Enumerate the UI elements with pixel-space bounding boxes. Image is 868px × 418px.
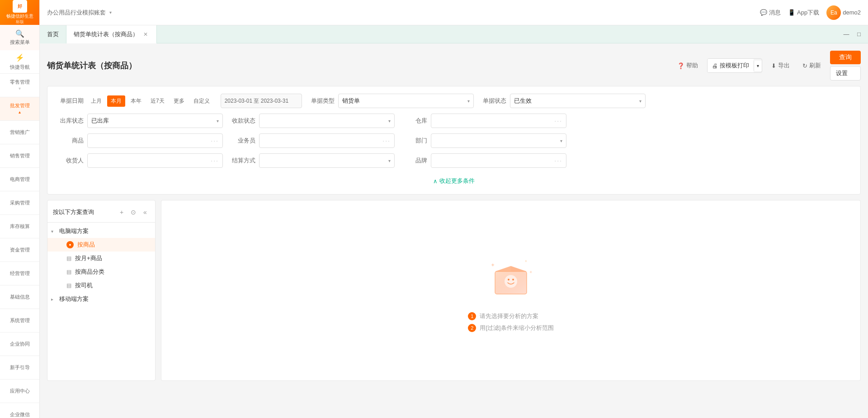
sidebar-item-inventory[interactable]: 库存核算 [0, 215, 39, 238]
warehouse-dropdown[interactable]: ··· [431, 114, 566, 128]
doctype-dropdown[interactable]: 销货单 ▾ [338, 94, 474, 108]
date-custom[interactable]: 自定义 [190, 95, 213, 107]
left-panel: 按以下方案查询 + ⊙ « ▾ 电脑端方案 ● 按商品 [47, 200, 156, 381]
user-profile[interactable]: Ea demo2 [826, 5, 861, 20]
query-button[interactable]: 查询 [830, 51, 861, 64]
scheme-icon-3: ▤ [66, 282, 71, 289]
refresh-icon: ↻ [802, 62, 807, 69]
sidebar-item-collab[interactable]: 企业协同 [0, 332, 39, 356]
dept-dropdown[interactable]: ▾ [431, 133, 566, 148]
tree-item-by-month-product[interactable]: ▤ 按月+商品 [47, 252, 155, 265]
settings-button[interactable]: 设置 [830, 66, 861, 81]
tree-item-by-driver[interactable]: ▤ 按司机 [47, 279, 155, 292]
export-button[interactable]: ⬇ 导出 [768, 60, 793, 71]
settle-label: 结算方式 [226, 157, 255, 165]
outstatus-arrow-icon: ▾ [217, 119, 219, 124]
tree-item-by-product[interactable]: ● 按商品 [47, 238, 155, 252]
empty-state: ✦ ✦ ✦ 1 请先选择要分析的方案 2 用[过滤]条件来缩小分析范围 [161, 200, 861, 381]
app-download-button[interactable]: 📱 App下载 [788, 9, 819, 17]
empty-illustration: ✦ ✦ ✦ [484, 249, 538, 303]
help-icon: ❓ [677, 62, 684, 69]
step-1-num: 1 [468, 312, 476, 320]
tab-report[interactable]: 销货单统计表（按商品） ✕ [66, 25, 157, 43]
date-more[interactable]: 更多 [170, 95, 188, 107]
sidebar-item-sales[interactable]: 销售管理 [0, 144, 39, 168]
sidebar-item-basic[interactable]: 基础信息 [0, 285, 39, 309]
salesman-dropdown[interactable]: ··· [259, 133, 395, 148]
tree-item-by-category[interactable]: ▤ 按商品分类 [47, 265, 155, 279]
tab-close-icon[interactable]: ✕ [142, 31, 149, 38]
right-panel: ✦ ✦ ✦ 1 请先选择要分析的方案 2 用[过滤]条件来缩小分析范围 [161, 200, 861, 381]
avatar: Ea [826, 5, 841, 20]
dept-arrow-icon: ▾ [560, 138, 562, 143]
print-dropdown-icon[interactable]: ▾ [754, 61, 762, 71]
sidebar-item-ecommerce[interactable]: 电商管理 [0, 168, 39, 191]
print-main[interactable]: 🖨 按模板打印 [708, 59, 754, 72]
docstatus-dropdown[interactable]: 已生效 ▾ [510, 94, 646, 108]
page-title: 销货单统计表（按商品） [47, 60, 137, 71]
svg-point-6 [512, 279, 514, 280]
sidebar-item-wholesale[interactable]: 批发管理 ▴ [0, 97, 39, 121]
dept-label: 部门 [398, 137, 427, 145]
sidebar-item-marketing[interactable]: 营销推广 [0, 121, 39, 144]
date-this-month[interactable]: 本月 [107, 95, 125, 107]
message-button[interactable]: 💬 消息 [760, 9, 781, 17]
payment-arrow-icon: ▾ [388, 119, 391, 124]
date-last-month[interactable]: 上月 [87, 95, 105, 107]
tree-parent-mobile[interactable]: ▸ 移动端方案 [47, 292, 155, 306]
sidebar-item-quicknav[interactable]: ⚡ 快捷导航 [0, 50, 39, 74]
sidebar-item-purchase[interactable]: 采购管理 [0, 191, 39, 215]
window-maximize-button[interactable]: □ [854, 29, 864, 40]
empty-steps: 1 请先选择要分析的方案 2 用[过滤]条件来缩小分析范围 [468, 312, 553, 332]
outstatus-dropdown[interactable]: 已出库 ▾ [87, 114, 223, 128]
date-this-year[interactable]: 本年 [127, 95, 145, 107]
docstatus-label: 单据状态 [477, 97, 506, 105]
collapse-panel-button[interactable]: « [141, 208, 150, 217]
add-scheme-button[interactable]: + [117, 208, 126, 217]
refresh-button[interactable]: ↻ 刷新 [799, 60, 825, 71]
tab-home[interactable]: 首页 [40, 25, 66, 43]
breadcrumb-dropdown-icon[interactable]: ▾ [109, 10, 112, 15]
step-2-num: 2 [468, 324, 476, 332]
quicknav-icon: ⚡ [15, 53, 24, 63]
sidebar-item-management[interactable]: 经营管理 [0, 262, 39, 285]
product-dropdown[interactable]: ··· [87, 133, 223, 148]
window-minimize-button[interactable]: — [841, 29, 852, 40]
app-logo: 好 畅捷信好生意 标版 [0, 0, 39, 25]
tree-parent-desktop[interactable]: ▾ 电脑端方案 [47, 224, 155, 238]
doctype-arrow-icon: ▾ [467, 99, 470, 104]
payment-dropdown[interactable]: ▾ [259, 114, 395, 128]
warehouse-dots-icon: ··· [554, 117, 562, 124]
print-button[interactable]: 🖨 按模板打印 ▾ [707, 58, 762, 73]
svg-text:✦: ✦ [529, 270, 533, 275]
tree-arrow-icon: ▾ [51, 229, 57, 234]
date-label: 单据日期 [55, 97, 84, 105]
help-button[interactable]: ❓ 帮助 [674, 60, 702, 71]
panel-header: 按以下方案查询 + ⊙ « [47, 204, 155, 220]
receiver-dropdown[interactable]: ··· [87, 153, 223, 168]
settle-dropdown[interactable]: ▾ [259, 153, 395, 168]
svg-text:✦: ✦ [491, 262, 495, 268]
empty-step-2: 2 用[过滤]条件来缩小分析范围 [468, 324, 553, 332]
filter-row-3: 商品 ··· 业务员 ··· 部门 ▾ [55, 133, 853, 148]
settings-scheme-button[interactable]: ⊙ [129, 208, 138, 217]
sidebar-item-finance[interactable]: 资金管理 [0, 238, 39, 262]
panel-header-actions: + ⊙ « [117, 208, 150, 217]
sidebar-item-system[interactable]: 系统管理 [0, 309, 39, 332]
date-range-input[interactable]: 2023-03-01 至 2023-03-31 [221, 94, 302, 108]
brand-dropdown[interactable]: ··· [431, 153, 566, 168]
product-dots-icon: ··· [211, 137, 219, 144]
collapse-button[interactable]: ∧ 收起更多条件 [55, 173, 853, 187]
logo-icon: 好 [13, 0, 27, 13]
sidebar-item-appstore[interactable]: 应用中心 [0, 380, 39, 403]
sidebar-item-search[interactable]: 🔍 搜索菜单 [0, 25, 39, 50]
message-icon: 💬 [760, 9, 767, 16]
settle-arrow-icon: ▾ [388, 158, 391, 163]
receiver-label: 收货人 [55, 157, 84, 165]
filter-row-1: 单据日期 上月 本月 本年 近7天 更多 自定义 2023-03-01 至 20… [55, 94, 853, 108]
svg-point-4 [505, 275, 517, 288]
date-last-7days[interactable]: 近7天 [147, 95, 168, 107]
sidebar-item-retail[interactable]: 零售管理 ▾ [0, 74, 39, 97]
sidebar-item-wechat[interactable]: 企业微信 [0, 403, 39, 418]
sidebar-item-newbie[interactable]: 新手引导 [0, 356, 39, 380]
